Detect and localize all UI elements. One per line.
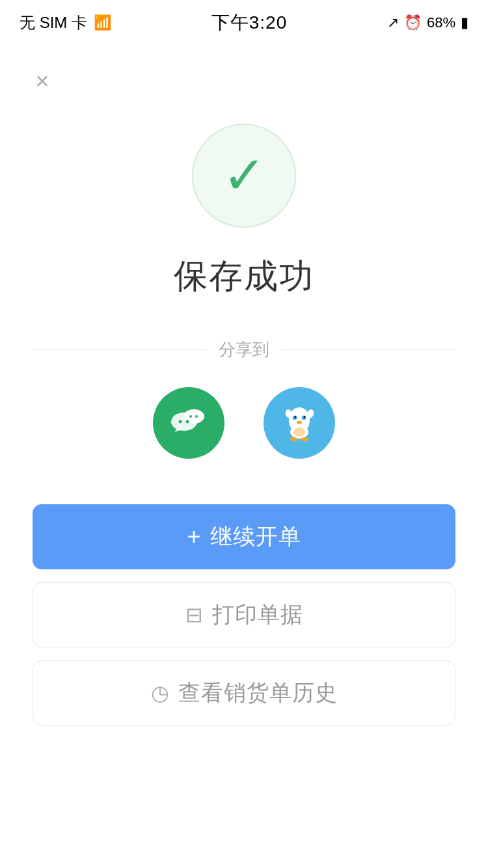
sim-label: 无 SIM 卡 — [20, 12, 87, 33]
battery-icon: ▮ — [461, 14, 468, 31]
wechat-icon — [168, 402, 210, 444]
history-icon: ◷ — [151, 681, 169, 705]
close-button-container: × — [0, 46, 488, 98]
share-section: 分享到 — [33, 338, 455, 459]
checkmark-icon: ✓ — [223, 150, 266, 202]
history-button[interactable]: ◷ 查看销货单历史 — [33, 660, 455, 726]
battery-percent: 68% — [427, 14, 455, 31]
status-time: 下午3:20 — [211, 10, 288, 35]
plus-icon: + — [187, 523, 200, 550]
svg-point-4 — [189, 415, 192, 418]
svg-point-3 — [185, 420, 189, 423]
continue-order-button[interactable]: + 继续开单 — [33, 504, 455, 569]
svg-point-17 — [290, 437, 298, 441]
continue-order-label: 继续开单 — [210, 522, 301, 552]
qq-share-button[interactable] — [264, 387, 335, 459]
divider-right — [282, 349, 455, 350]
status-left: 无 SIM 卡 📶 — [20, 12, 111, 33]
success-circle: ✓ — [192, 124, 296, 228]
print-label: 打印单据 — [212, 600, 303, 630]
success-title: 保存成功 — [174, 254, 314, 299]
history-label: 查看销货单历史 — [178, 678, 338, 708]
svg-point-11 — [303, 416, 305, 418]
share-divider-row: 分享到 — [33, 338, 455, 361]
status-bar: 无 SIM 卡 📶 下午3:20 ↗ ⏰ 68% ▮ — [0, 0, 488, 46]
divider-left — [33, 349, 206, 350]
close-icon: × — [35, 70, 49, 93]
svg-point-14 — [293, 427, 305, 437]
close-button[interactable]: × — [26, 65, 59, 98]
print-button[interactable]: ⊟ 打印单据 — [33, 582, 455, 647]
location-icon: ↗ — [387, 14, 399, 31]
svg-point-18 — [301, 437, 308, 441]
svg-point-2 — [178, 420, 182, 423]
wifi-icon: 📶 — [94, 14, 111, 31]
print-icon: ⊟ — [185, 603, 203, 627]
share-icons-row — [153, 387, 335, 459]
main-content: ✓ 保存成功 分享到 — [0, 98, 488, 868]
status-right: ↗ ⏰ 68% ▮ — [387, 14, 468, 31]
share-label: 分享到 — [219, 338, 269, 361]
qq-icon — [278, 402, 321, 444]
svg-point-10 — [294, 416, 296, 418]
action-buttons: + 继续开单 ⊟ 打印单据 ◷ 查看销货单历史 — [33, 504, 455, 726]
alarm-icon: ⏰ — [404, 14, 422, 31]
svg-point-12 — [297, 420, 302, 424]
svg-point-5 — [195, 415, 198, 418]
wechat-share-button[interactable] — [153, 387, 224, 459]
